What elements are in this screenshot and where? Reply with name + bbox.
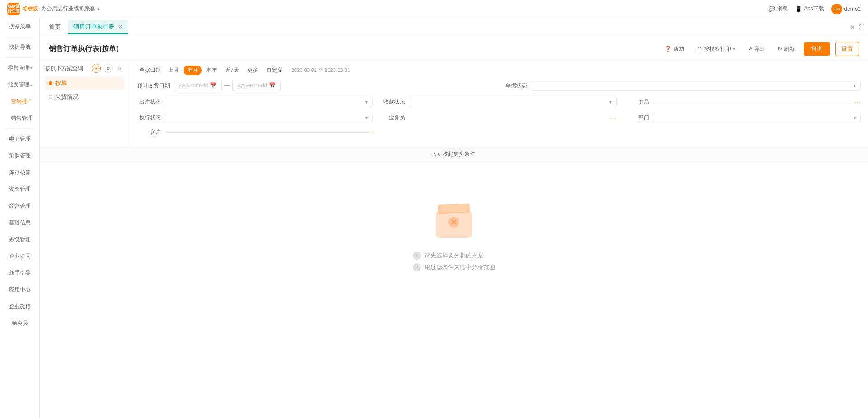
settings-scheme-button[interactable]: ⚙ bbox=[104, 64, 113, 73]
salesman-input[interactable] bbox=[409, 118, 610, 118]
department-chevron-icon: ▾ bbox=[854, 115, 856, 120]
sidebar-item-quick-nav[interactable]: 快捷导航 bbox=[0, 39, 39, 56]
refresh-button[interactable]: ↻ 刷新 bbox=[774, 43, 798, 55]
hint-num-2: 2 bbox=[413, 263, 421, 271]
sidebar-item-procurement[interactable]: 采购管理 bbox=[0, 147, 39, 164]
collapse-bar[interactable]: ∧∧ 收起更多条件 bbox=[40, 147, 868, 161]
empty-hints: 1 请先选择要分析的方案 2 用过滤条件来缩小分析范围 bbox=[413, 252, 495, 271]
collection-status-dropdown[interactable]: ▾ bbox=[409, 97, 617, 107]
query-button[interactable]: 查询 bbox=[804, 42, 830, 56]
date-tab-custom[interactable]: 自定义 bbox=[263, 66, 286, 75]
date-tab-more[interactable]: 更多 bbox=[244, 66, 262, 75]
sidebar-item-ecommerce[interactable]: 电商管理 bbox=[0, 131, 39, 147]
filter-top: 按以下方案查询 + ⚙ « bbox=[40, 60, 868, 147]
execution-status-item: 执行状态 ▾ bbox=[137, 113, 373, 123]
content-area: 首页 销售订单执行表 ✕ ✕ ⛶ 销售订单执行表(按单) ❓ 帮助 bbox=[40, 18, 868, 418]
salesman-item: 业务员 ··· bbox=[382, 114, 617, 122]
tab-close-window-icon[interactable]: ✕ bbox=[850, 24, 855, 31]
svg-rect-2 bbox=[440, 205, 467, 212]
execution-chevron-icon: ▾ bbox=[365, 115, 368, 120]
execution-status-dropdown[interactable]: ▾ bbox=[165, 113, 373, 123]
empty-illustration bbox=[427, 197, 481, 242]
tab-sales-order[interactable]: 销售订单执行表 ✕ bbox=[68, 20, 128, 34]
user-avatar-button[interactable]: Ea demo2 bbox=[831, 4, 861, 14]
side-filter-header: 按以下方案查询 + ⚙ « bbox=[45, 64, 124, 73]
tab-close-icon[interactable]: ✕ bbox=[118, 24, 123, 30]
hint-num-1: 1 bbox=[413, 252, 421, 260]
sidebar-item-retail[interactable]: 零售管理 ▾ bbox=[0, 60, 39, 76]
side-menu-item-按单[interactable]: 按单 bbox=[45, 76, 124, 90]
print-dropdown-icon[interactable]: ▾ bbox=[733, 47, 735, 52]
avatar: Ea bbox=[831, 4, 842, 14]
export-button[interactable]: ↗ 导出 bbox=[744, 43, 769, 55]
goods-more-button[interactable]: ··· bbox=[854, 99, 861, 106]
date-to-input[interactable]: yyyy-mm-dd 📅 bbox=[232, 80, 280, 91]
sidebar-item-enterprise[interactable]: 企业协同 bbox=[0, 248, 39, 265]
export-icon: ↗ bbox=[748, 46, 752, 52]
delivery-status-item: 出库状态 ▾ bbox=[137, 97, 373, 107]
breadcrumb: 办公用品行业模拟账套 ▾ bbox=[41, 5, 99, 13]
logo-text: 标准版 bbox=[23, 6, 38, 12]
date-from-input[interactable]: yyyy-mm-dd 📅 bbox=[174, 80, 222, 91]
sidebar-item-newuser[interactable]: 新手引导 bbox=[0, 265, 39, 281]
breadcrumb-dropdown-icon[interactable]: ▾ bbox=[97, 6, 99, 11]
sidebar-item-system[interactable]: 系统管理 bbox=[0, 231, 39, 248]
date-tabs: 上月 本月 本年 近7天 更多 自定义 bbox=[165, 66, 286, 75]
message-button[interactable]: 💬 消息 bbox=[769, 5, 788, 13]
add-scheme-button[interactable]: + bbox=[92, 64, 101, 73]
page-title: 销售订单执行表(按单) bbox=[49, 44, 119, 54]
collapse-up-icon: ∧∧ bbox=[433, 151, 441, 157]
sidebar-item-appstore[interactable]: 应用中心 bbox=[0, 281, 39, 298]
sidebar-item-sales[interactable]: 销售管理 bbox=[0, 110, 39, 127]
template-print-button[interactable]: 🖨 按模板打印 ▾ bbox=[693, 43, 739, 55]
sidebar-item-marketing[interactable]: 营销推广 bbox=[0, 93, 39, 110]
logo-area: 畅捷通好生意 标准版 bbox=[7, 3, 38, 15]
delivery-chevron-icon: ▾ bbox=[365, 100, 368, 104]
expected-date-item: 预计交货日期 yyyy-mm-dd 📅 — bbox=[137, 80, 495, 91]
department-dropdown[interactable]: ▾ bbox=[653, 113, 861, 123]
customer-input[interactable] bbox=[165, 132, 369, 133]
tab-home[interactable]: 首页 bbox=[43, 20, 66, 34]
date-tab-last-month[interactable]: 上月 bbox=[165, 66, 183, 75]
filter-wrapper: 按以下方案查询 + ⚙ « bbox=[40, 60, 868, 161]
empty-svg bbox=[427, 197, 481, 242]
app-download-button[interactable]: 📱 App下载 bbox=[795, 5, 824, 13]
date-tab-this-year[interactable]: 本年 bbox=[203, 66, 221, 75]
logo-icon: 畅捷通好生意 bbox=[7, 3, 20, 15]
collapse-side-button[interactable]: « bbox=[115, 64, 124, 73]
filter-row-4: 客户 ··· bbox=[137, 128, 861, 136]
date-tab-this-month[interactable]: 本月 bbox=[184, 66, 202, 75]
side-filter: 按以下方案查询 + ⚙ « bbox=[40, 60, 130, 147]
calendar-to-icon: 📅 bbox=[269, 82, 276, 89]
sidebar-item-basics[interactable]: 基础信息 bbox=[0, 214, 39, 231]
sidebar-item-search[interactable]: 搜索菜单 bbox=[0, 18, 39, 35]
filter-row-3: 执行状态 ▾ 业务员 bbox=[137, 113, 861, 123]
date-filter-row: 单据日期 上月 本月 本年 近7天 更多 自定义 2023-03-01 至 20… bbox=[137, 66, 861, 75]
sidebar-item-operations[interactable]: 经营管理 bbox=[0, 198, 39, 214]
filter-main-rows: 单据日期 上月 本月 本年 近7天 更多 自定义 2023-03-01 至 20… bbox=[130, 60, 868, 147]
sidebar-item-finance[interactable]: 资金管理 bbox=[0, 181, 39, 198]
chevron-down-icon: ▾ bbox=[30, 66, 32, 70]
sidebar-item-member[interactable]: 畅会员 bbox=[0, 315, 39, 332]
sidebar-item-wholesale[interactable]: 批发管理 ▴ bbox=[0, 76, 39, 93]
tab-expand-icon[interactable]: ⛶ bbox=[859, 24, 864, 30]
refresh-icon: ↻ bbox=[778, 46, 782, 52]
salesman-more-button[interactable]: ··· bbox=[610, 114, 617, 122]
status-chevron-icon: ▾ bbox=[854, 83, 856, 88]
settings-button[interactable]: 设置 bbox=[835, 42, 859, 56]
delivery-status-dropdown[interactable]: ▾ bbox=[165, 97, 373, 107]
sidebar-item-wecom[interactable]: 企业微信 bbox=[0, 298, 39, 315]
goods-input[interactable] bbox=[653, 102, 854, 102]
help-button[interactable]: ❓ 帮助 bbox=[661, 43, 688, 55]
customer-more-button[interactable]: ··· bbox=[369, 129, 376, 136]
status-dropdown[interactable]: ▾ bbox=[531, 81, 861, 91]
sidebar: 搜索菜单 快捷导航 零售管理 ▾ 批发管理 ▴ 营销推广 销售管理 电商管理 采… bbox=[0, 18, 40, 418]
department-item: 部门 ▾ bbox=[626, 113, 861, 123]
goods-item: 商品 ··· bbox=[626, 98, 861, 106]
inactive-circle-icon bbox=[49, 95, 52, 99]
date-tab-7days[interactable]: 近7天 bbox=[222, 66, 243, 75]
empty-state: 1 请先选择要分析的方案 2 用过滤条件来缩小分析范围 bbox=[40, 161, 868, 308]
side-menu-item-欠货情况[interactable]: 欠货情况 bbox=[45, 90, 124, 104]
sidebar-item-inventory[interactable]: 库存核算 bbox=[0, 164, 39, 181]
status-item: 单据状态 ▾ bbox=[504, 81, 861, 91]
